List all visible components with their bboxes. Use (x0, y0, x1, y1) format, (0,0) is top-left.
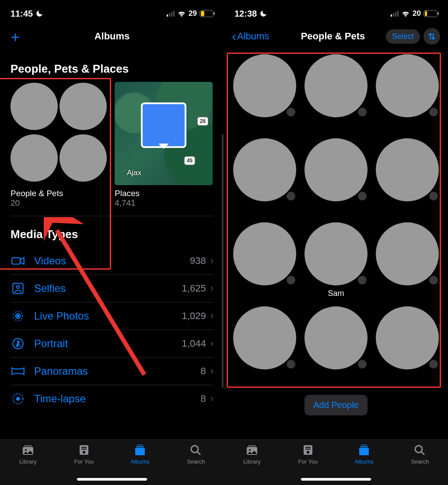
person-avatar (233, 54, 296, 117)
battery-icon (200, 10, 214, 17)
chevron-right-icon: › (210, 255, 214, 267)
wifi-icon (177, 10, 186, 17)
tab-search[interactable]: Search (168, 443, 224, 485)
person-avatar (304, 138, 368, 201)
albums-icon (133, 443, 147, 457)
media-type-row[interactable]: Time-lapse8› (10, 385, 214, 412)
livephoto-icon (10, 309, 25, 323)
person-cell[interactable] (374, 138, 440, 214)
media-type-label: Panoramas (34, 365, 200, 377)
media-type-row[interactable]: Live Photos1,029› (10, 302, 214, 330)
album-name: People & Pets (10, 189, 108, 198)
people-grid: Sam (230, 51, 442, 390)
map-city-label: Ajax (127, 169, 141, 177)
person-avatar (304, 54, 368, 117)
battery-percent: 29 (189, 9, 197, 18)
media-type-count: 1,044 (182, 338, 206, 349)
nav-title: People & Pets (280, 31, 386, 42)
tab-library[interactable]: Library (224, 443, 280, 485)
chevron-right-icon: › (210, 283, 214, 294)
person-cell[interactable] (374, 54, 440, 130)
svg-rect-16 (81, 449, 87, 450)
do-not-disturb-icon (35, 10, 43, 18)
person-cell[interactable] (374, 222, 440, 298)
person-avatar (233, 222, 296, 285)
svg-rect-1 (12, 258, 20, 264)
media-types-list: Videos938›Selfies1,625›Live Photos1,029›… (10, 247, 214, 412)
person-cell[interactable] (232, 222, 298, 298)
media-type-label: Live Photos (34, 310, 182, 322)
map-pin-icon (141, 102, 186, 148)
svg-rect-12 (24, 445, 32, 446)
svg-rect-17 (135, 448, 145, 455)
svg-point-13 (25, 449, 27, 451)
svg-rect-15 (81, 447, 87, 448)
select-button[interactable]: Select (386, 29, 420, 44)
tab-library[interactable]: Library (0, 443, 56, 485)
road-badge: 45 (184, 156, 195, 165)
media-type-row[interactable]: Panoramas8› (10, 358, 214, 385)
scrollbar[interactable] (222, 134, 224, 388)
home-indicator[interactable] (77, 478, 147, 481)
person-cell[interactable] (374, 306, 440, 382)
foryou-icon (301, 443, 315, 457)
svg-point-6 (17, 315, 19, 317)
tab-search[interactable]: Search (392, 443, 448, 485)
back-button[interactable]: ‹ Albums (232, 30, 269, 43)
media-type-row[interactable]: Videos938› (10, 247, 214, 275)
person-name: Sam (328, 289, 344, 298)
album-people-pets[interactable]: People & Pets 20 (10, 82, 108, 208)
person-avatar (376, 306, 439, 369)
svg-rect-29 (360, 446, 368, 447)
person-cell[interactable] (303, 54, 369, 130)
chevron-right-icon: › (210, 366, 214, 377)
timelapse-icon (10, 391, 25, 406)
status-time: 12:38 (234, 9, 257, 19)
svg-rect-28 (359, 448, 369, 455)
person-avatar (376, 138, 439, 201)
add-album-button[interactable]: ＋ (8, 29, 23, 44)
person-avatar (304, 222, 368, 285)
media-type-count: 1,029 (182, 310, 206, 322)
media-type-row[interactable]: fPortrait1,044› (10, 330, 214, 358)
chevron-right-icon: › (210, 310, 214, 322)
svg-point-10 (16, 397, 20, 401)
person-avatar (376, 54, 439, 117)
person-avatar (233, 306, 296, 369)
panorama-icon (10, 364, 25, 379)
person-cell[interactable] (232, 138, 298, 214)
svg-rect-18 (136, 446, 144, 447)
person-cell[interactable] (303, 306, 369, 382)
library-icon (21, 443, 35, 457)
media-type-count: 8 (200, 366, 206, 377)
cellular-icon (391, 11, 399, 17)
person-cell[interactable] (303, 138, 369, 214)
sort-button[interactable] (424, 28, 440, 45)
cellular-icon (167, 11, 175, 17)
search-icon (413, 443, 427, 457)
battery-percent: 20 (413, 9, 421, 18)
media-type-label: Portrait (34, 337, 182, 350)
add-people-button[interactable]: Add People (304, 395, 367, 415)
nav-bar: ‹ Albums People & Pets Select (224, 25, 448, 51)
section-title-people-pets-places: People, Pets & Places (10, 62, 214, 76)
nav-title: Albums (56, 31, 168, 42)
svg-rect-27 (305, 449, 311, 450)
person-cell[interactable] (232, 54, 298, 130)
media-type-count: 1,625 (182, 283, 206, 294)
status-bar: 12:38 20 (224, 0, 448, 25)
person-cell[interactable]: Sam (303, 222, 369, 298)
media-type-count: 8 (200, 393, 206, 404)
battery-icon (424, 10, 438, 17)
svg-line-32 (421, 452, 424, 455)
status-bar: 11:45 29 (0, 0, 224, 25)
nav-bar: ＋ Albums (0, 25, 224, 51)
media-type-label: Selfies (34, 282, 182, 295)
library-icon (245, 443, 259, 457)
album-places[interactable]: 28 45 Ajax Places 4,741 (115, 82, 213, 208)
home-indicator[interactable] (301, 478, 371, 481)
media-type-label: Time-lapse (34, 393, 200, 405)
person-cell[interactable] (232, 306, 298, 382)
media-type-row[interactable]: Selfies1,625› (10, 275, 214, 302)
person-avatar (233, 138, 296, 201)
